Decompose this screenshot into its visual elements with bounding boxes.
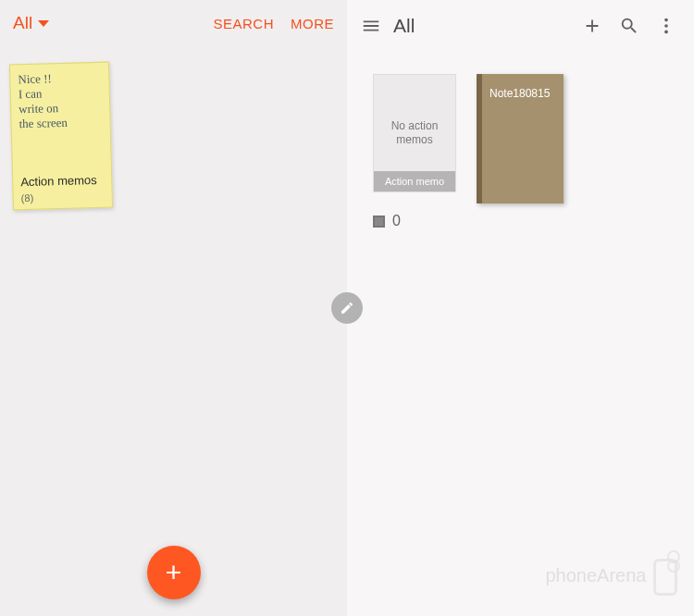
header: All SEARCH MORE: [0, 0, 347, 46]
plus-icon: [582, 16, 602, 36]
hamburger-menu-button[interactable]: [353, 7, 390, 44]
dropdown-label: All: [13, 13, 32, 33]
svg-point-1: [664, 24, 668, 28]
handwriting-preview: Nice !! I can write on the screen: [18, 70, 105, 131]
search-button[interactable]: SEARCH: [213, 16, 274, 31]
overflow-menu-button[interactable]: [648, 7, 685, 44]
sticky-count: (8): [21, 192, 34, 203]
bookmark-icon: [373, 216, 385, 228]
pencil-icon: [340, 301, 354, 315]
add-note-fab[interactable]: +: [147, 546, 201, 599]
notebook-title: Note180815: [490, 87, 556, 100]
plus-icon: +: [166, 559, 182, 586]
notebook-card[interactable]: Note180815: [477, 74, 564, 203]
action-memo-card[interactable]: No action memos Action memo: [373, 74, 456, 192]
search-button[interactable]: [611, 7, 648, 44]
more-button[interactable]: MORE: [291, 16, 334, 31]
edit-fab[interactable]: [331, 292, 363, 324]
chevron-down-icon: [38, 20, 49, 27]
notes-app-v2: All No action memos Action memo Note1808…: [347, 0, 694, 616]
sticky-note-action-memos[interactable]: Nice !! I can write on the screen Action…: [9, 62, 113, 211]
search-icon: [619, 16, 639, 36]
svg-point-0: [664, 18, 668, 22]
empty-message: No action memos: [374, 119, 455, 147]
bookmark-row: 0: [347, 203, 694, 229]
more-vertical-icon: [656, 16, 676, 36]
svg-point-2: [664, 31, 668, 34]
page-title: All: [393, 15, 415, 37]
sticky-category-label: Action memos: [20, 173, 97, 189]
category-dropdown[interactable]: All: [13, 13, 49, 33]
bookmark-count: 0: [392, 213, 401, 229]
header: All: [347, 0, 694, 52]
note-grid: No action memos Action memo Note180815: [347, 52, 694, 203]
hamburger-icon: [361, 16, 381, 36]
add-button[interactable]: [574, 7, 611, 44]
card-label: Action memo: [374, 171, 455, 191]
notes-app-v1: All SEARCH MORE Nice !! I can write on t…: [0, 0, 347, 616]
